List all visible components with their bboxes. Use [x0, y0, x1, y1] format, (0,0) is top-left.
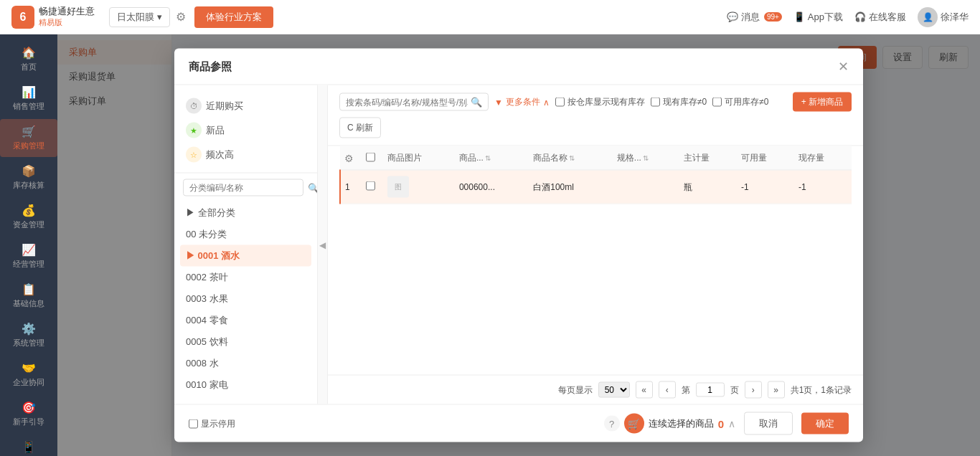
sidebar-item-1[interactable]: 📊销售管理 [0, 80, 57, 118]
category-item-5[interactable]: 0004 零食 [180, 310, 311, 331]
clock-icon: ⏱ [186, 98, 202, 114]
spec-sort-icon[interactable]: ⇅ [643, 154, 649, 162]
sidebar-label-0: 首页 [21, 62, 37, 72]
quick-recent[interactable]: ⏱ 近期购买 [180, 94, 311, 118]
sidebar-item-7[interactable]: ⚙️系统管理 [0, 316, 57, 354]
collapse-up-icon[interactable]: ∧ [728, 418, 735, 429]
sidebar-item-10[interactable]: 📱应用中心 [0, 434, 57, 456]
show-disabled-checkbox[interactable] [189, 419, 198, 428]
row-available: -1 [737, 170, 794, 204]
last-page-button[interactable]: » [768, 381, 785, 399]
modal-close-button[interactable]: ✕ [838, 59, 849, 75]
th-code: 商品...⇅ [455, 146, 529, 171]
check-available-stock[interactable]: 可用库存≠0 [712, 96, 768, 108]
row-checkbox[interactable] [366, 181, 375, 191]
table-row[interactable]: 1 图 000600... 白酒100ml 瓶 -1 -1 [340, 170, 852, 204]
prev-page-button[interactable]: ‹ [659, 381, 676, 399]
sidebar-label-8: 企业协同 [13, 377, 44, 388]
sidebar-icon-6: 📋 [22, 282, 36, 296]
row-name: 白酒100ml [529, 170, 613, 204]
name-sort-icon[interactable]: ⇅ [569, 154, 575, 162]
cat-label-3: 0002 茶叶 [186, 271, 228, 284]
modal-title: 商品参照 [189, 60, 232, 73]
sidebar-icon-2: 🛒 [22, 125, 36, 138]
settings-icon[interactable]: ⚙ [176, 10, 186, 24]
user-item[interactable]: 👤 徐泽华 [918, 7, 969, 27]
category-search-button[interactable]: 🔍 [308, 182, 318, 193]
available-stock-checkbox[interactable] [712, 98, 722, 107]
help-icon[interactable]: ? [604, 416, 620, 432]
category-item-6[interactable]: 0005 饮料 [180, 331, 311, 353]
quick-freq[interactable]: ☆ 频次高 [180, 143, 311, 167]
category-item-8[interactable]: 0010 家电 [180, 374, 311, 396]
sidebar-item-4[interactable]: 💰资金管理 [0, 198, 57, 236]
freq-icon: ☆ [186, 147, 202, 163]
product-image: 图 [387, 176, 409, 198]
sidebar-label-4: 资金管理 [13, 219, 44, 230]
cat-label-5: 0004 零食 [186, 314, 228, 327]
sidebar-item-0[interactable]: 🏠首页 [0, 40, 57, 78]
category-tree: ▶ 全部分类00 未分类▶ 0001 酒水0002 茶叶0003 水果0004 … [174, 202, 317, 396]
page-number-input[interactable] [696, 383, 725, 397]
nav-selector[interactable]: 日太阳膜 ▾ [109, 7, 170, 27]
sidebar-icon-0: 🏠 [22, 46, 36, 60]
refresh-button[interactable]: C 刷新 [339, 118, 381, 138]
row-unit: 瓶 [679, 170, 737, 204]
sidebar-icon-8: 🤝 [22, 361, 36, 375]
page-size-select[interactable]: 50 [598, 382, 630, 398]
code-sort-icon[interactable]: ⇅ [485, 154, 491, 162]
show-disabled-checkbox-label[interactable]: 显示停用 [189, 417, 235, 429]
first-page-button[interactable]: « [636, 381, 653, 399]
sidebar-label-7: 系统管理 [13, 338, 44, 348]
product-search-icon[interactable]: 🔍 [471, 97, 482, 108]
collapse-sidebar-button[interactable]: ◀ [318, 85, 328, 404]
sidebar-item-9[interactable]: 🎯新手引导 [0, 395, 57, 433]
sidebar-item-8[interactable]: 🤝企业协同 [0, 356, 57, 394]
sidebar-item-2[interactable]: 🛒采购管理 [0, 119, 57, 157]
check-current-stock[interactable]: 现有库存≠0 [651, 96, 707, 108]
modal-right-panel: 🔍 ▼ 更多条件 ∧ 按仓库显示现有库存 [328, 85, 863, 404]
cancel-button[interactable]: 取消 [744, 412, 793, 435]
th-code-label: 商品... [459, 152, 484, 164]
sidebar-item-3[interactable]: 📦库存核算 [0, 158, 57, 196]
cart-button[interactable]: 🛒 [624, 414, 644, 434]
messages-nav-item[interactable]: 💬 消息 99+ [727, 11, 782, 24]
category-item-1[interactable]: 00 未分类 [180, 224, 311, 245]
select-all-checkbox[interactable] [366, 152, 375, 161]
category-item-7[interactable]: 0008 水 [180, 353, 311, 374]
sidebar-item-5[interactable]: 📈经营管理 [0, 237, 57, 275]
sidebar-item-6[interactable]: 📋基础信息 [0, 277, 57, 315]
category-item-2[interactable]: ▶ 0001 酒水 [180, 245, 311, 267]
modal-footer: 显示停用 ? 🛒 连续选择的商品 0 ∧ 取消 确定 [174, 404, 863, 442]
product-table-container: ⚙ 商品图片 商品...⇅ 商品名称⇅ 规格...⇅ 主计量 可用量 现存量 [328, 146, 863, 375]
cat-label-1: 00 未分类 [186, 228, 227, 241]
exp-industry-button[interactable]: 体验行业方案 [194, 6, 273, 28]
category-item-0[interactable]: ▶ 全部分类 [180, 202, 311, 224]
th-available: 可用量 [737, 146, 794, 171]
next-page-button[interactable]: › [745, 381, 762, 399]
current-stock-checkbox[interactable] [651, 98, 660, 107]
cat-label-7: 0008 水 [186, 357, 219, 370]
quick-new[interactable]: ★ 新品 [180, 118, 311, 143]
confirm-button[interactable]: 确定 [801, 413, 849, 434]
category-search-input[interactable] [183, 179, 303, 196]
warehouse-stock-checkbox[interactable] [555, 98, 565, 107]
app-download-item[interactable]: 📱 App下载 [793, 11, 843, 24]
table-settings-icon[interactable]: ⚙ [344, 152, 354, 163]
add-product-button[interactable]: + 新增商品 [793, 92, 852, 112]
more-conditions-button[interactable]: ▼ 更多条件 ∧ [494, 96, 550, 108]
product-search-input[interactable] [346, 97, 468, 107]
check-warehouse-stock[interactable]: 按仓库显示现有库存 [555, 96, 645, 108]
quick-items: ⏱ 近期购买 ★ 新品 ☆ 频次高 [174, 94, 317, 174]
category-item-4[interactable]: 0003 水果 [180, 288, 311, 310]
service-item[interactable]: 🎧 在线客服 [854, 11, 906, 24]
th-checkbox [362, 146, 383, 171]
logo-text-block: 畅捷通好生意 精易版 [39, 6, 95, 29]
nav-right: 💬 消息 99+ 📱 App下载 🎧 在线客服 👤 徐泽华 [727, 7, 969, 27]
pagination-row: 每页显示 50 « ‹ 第 页 › » 共1页，1条记录 [328, 375, 863, 404]
category-item-3[interactable]: 0002 茶叶 [180, 267, 311, 288]
cart-area: ? 🛒 连续选择的商品 0 ∧ [604, 414, 735, 434]
layout: 🏠首页📊销售管理🛒采购管理📦库存核算💰资金管理📈经营管理📋基础信息⚙️系统管理🤝… [0, 34, 980, 456]
th-image: 商品图片 [383, 146, 455, 171]
cat-label-2: ▶ 0001 酒水 [186, 250, 240, 262]
